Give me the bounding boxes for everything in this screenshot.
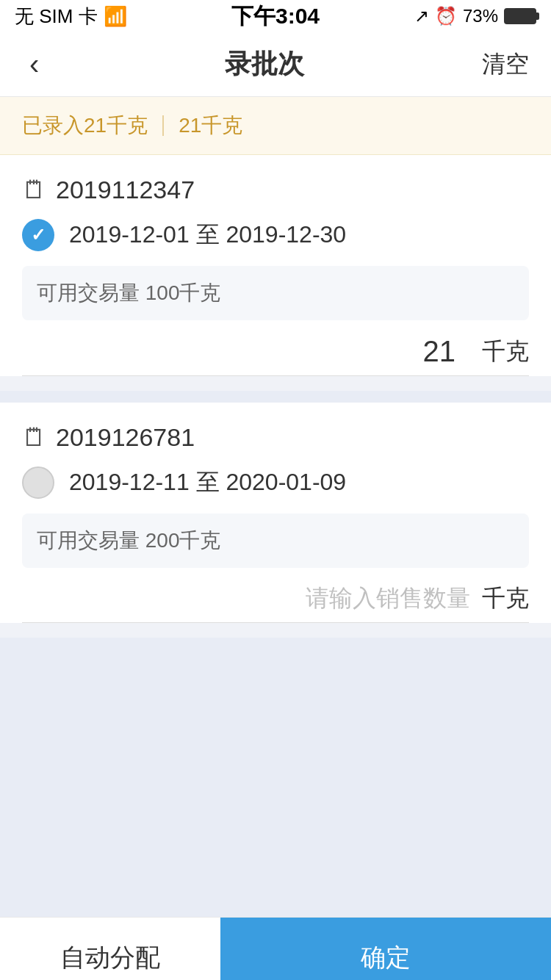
batch-available-1: 可用交易量 100千克	[22, 266, 529, 320]
wifi-icon: 📶	[104, 5, 127, 28]
status-bar: 无 SIM 卡 📶 下午3:04 ↗ ⏰ 73%	[0, 0, 551, 32]
quantity-row-1: 21 千克	[0, 320, 551, 375]
quantity-placeholder-row-2: 请输入销售数量 千克	[0, 568, 551, 622]
batch-doc-icon-1: 🗒	[22, 176, 47, 204]
batch-date-1: 2019-12-01 至 2019-12-30	[69, 219, 346, 251]
batch-row-1[interactable]: ✓ 2019-12-01 至 2019-12-30	[0, 212, 551, 259]
unit-label-2: 千克	[482, 583, 529, 615]
section-divider	[0, 391, 551, 403]
battery-icon	[504, 8, 536, 24]
radio-unchecked-2[interactable]	[22, 466, 54, 499]
alarm-icon: ⏰	[435, 6, 457, 26]
clear-button[interactable]: 清空	[482, 48, 529, 81]
batch-card-2: 🗒 2019126781 2019-12-11 至 2020-01-09 可用交…	[0, 403, 551, 623]
status-bar-right: ↗ ⏰ 73%	[414, 6, 536, 26]
batch-card-1: 🗒 2019112347 ✓ 2019-12-01 至 2019-12-30 可…	[0, 155, 551, 376]
batch-id-2: 2019126781	[56, 423, 195, 452]
batch-doc-icon-2: 🗒	[22, 423, 47, 452]
status-bar-left: 无 SIM 卡 📶	[15, 4, 127, 29]
quantity-placeholder-2: 请输入销售数量	[306, 583, 470, 615]
quantity-divider-2	[22, 622, 529, 623]
confirm-button[interactable]: 确定	[220, 918, 551, 980]
total-label: 21千克	[179, 112, 242, 140]
batch-id-1: 2019112347	[56, 176, 195, 204]
battery-percent: 73%	[463, 6, 498, 26]
batch-date-2: 2019-12-11 至 2020-01-09	[69, 466, 346, 499]
radio-checked-1[interactable]: ✓	[22, 219, 54, 251]
checkmark-icon-1: ✓	[31, 225, 46, 245]
location-icon: ↗	[414, 6, 429, 26]
info-banner: 已录入21千克 21千克	[0, 97, 551, 155]
page-title: 录批次	[225, 46, 304, 82]
carrier-label: 无 SIM 卡	[15, 4, 98, 29]
bottom-bar: 自动分配 确定	[0, 917, 551, 980]
batch-header-2: 🗒 2019126781	[0, 403, 551, 459]
quantity-divider-1	[22, 375, 529, 376]
gray-area	[0, 638, 551, 917]
batch-header-1: 🗒 2019112347	[0, 155, 551, 212]
unit-label-1: 千克	[482, 336, 529, 368]
recorded-label: 已录入21千克	[22, 112, 148, 140]
quantity-value-1: 21	[423, 335, 456, 368]
banner-divider	[162, 115, 164, 136]
back-button[interactable]: ‹	[22, 40, 46, 88]
batch-available-2: 可用交易量 200千克	[22, 514, 529, 568]
batch-row-2[interactable]: 2019-12-11 至 2020-01-09	[0, 459, 551, 506]
status-bar-time: 下午3:04	[231, 1, 320, 32]
nav-bar: ‹ 录批次 清空	[0, 32, 551, 97]
auto-distribute-button[interactable]: 自动分配	[0, 918, 220, 980]
